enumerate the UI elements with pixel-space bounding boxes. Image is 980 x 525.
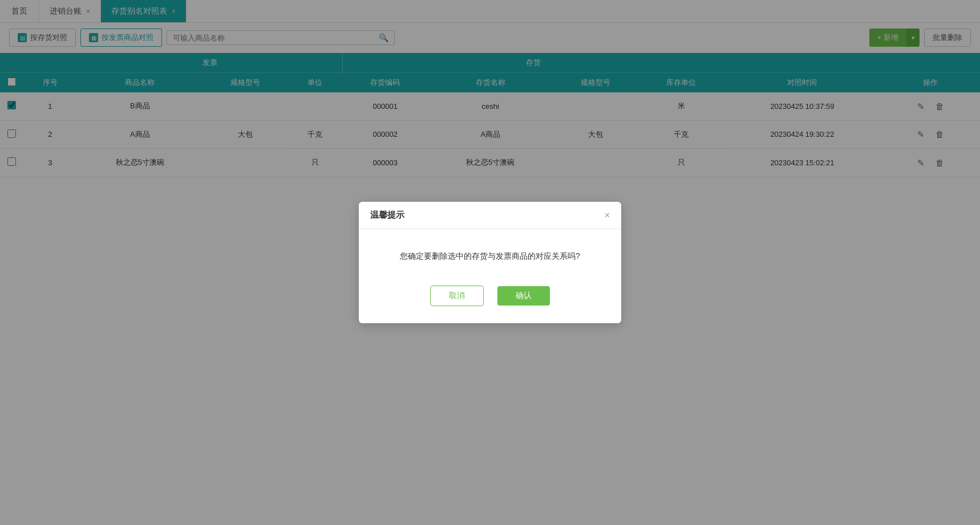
dialog-message: 您确定要删除选中的存货与发票商品的对应关系吗?: [400, 251, 580, 261]
dialog-footer: 取消 确认: [359, 274, 621, 323]
dialog-body: 您确定要删除选中的存货与发票商品的对应关系吗?: [359, 229, 621, 274]
dialog-header: 温馨提示 ×: [359, 202, 621, 229]
cancel-button[interactable]: 取消: [430, 286, 484, 306]
dialog-close-button[interactable]: ×: [605, 210, 610, 221]
dialog-title: 温馨提示: [370, 210, 404, 221]
dialog-overlay: 温馨提示 × 您确定要删除选中的存货与发票商品的对应关系吗? 取消 确认: [0, 0, 980, 525]
confirm-button[interactable]: 确认: [497, 286, 550, 306]
confirm-dialog: 温馨提示 × 您确定要删除选中的存货与发票商品的对应关系吗? 取消 确认: [359, 202, 621, 323]
